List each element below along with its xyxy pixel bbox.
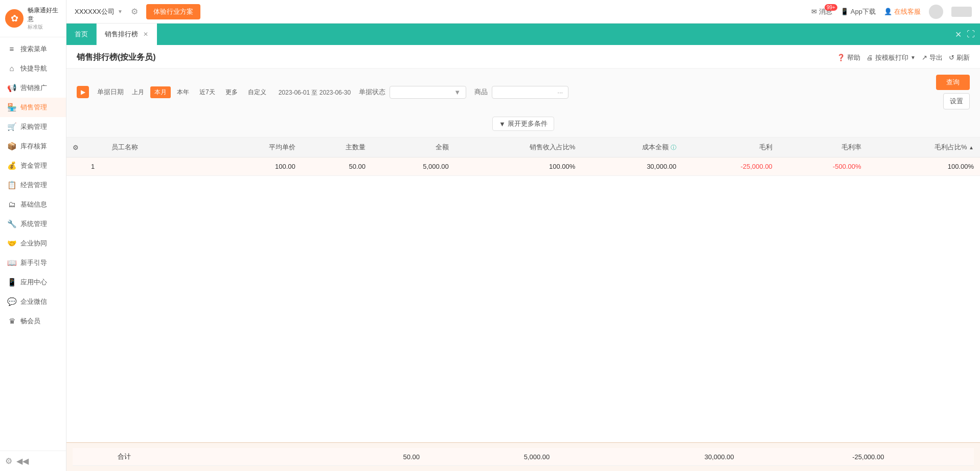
footer-profit: -25,000.00 [740, 448, 891, 466]
date-filter-group: 单据日期 上月 本月 本年 近7天 更多 自定义 [97, 86, 270, 98]
page-actions: ❓ 帮助 🖨 按模板打印 ▼ ↗ 导出 ↺ 刷新 [837, 53, 970, 62]
refresh-label: 刷新 [956, 53, 970, 62]
app-name: 畅康通好生意 [28, 6, 61, 24]
company-selector[interactable]: XXXXXX公司 ▼ [75, 7, 123, 16]
cell-amount-0: 5,000.00 [372, 158, 455, 176]
sidebar-item-basic[interactable]: 🗂基础信息 [0, 195, 66, 214]
cell-avg-price-0: 100.00 [217, 158, 302, 176]
status-select[interactable]: ▼ [390, 86, 466, 99]
sidebar-item-quick-nav[interactable]: ⌂快捷导航 [0, 59, 66, 78]
trial-button[interactable]: 体验行业方案 [146, 4, 200, 19]
date-tab-custom[interactable]: 自定义 [244, 86, 270, 98]
filter-expand-arrow[interactable]: ▶ [77, 86, 89, 98]
nav-icon-guide: 📖 [7, 258, 16, 267]
nav-label-appstore: 应用中心 [20, 278, 47, 287]
footer-amount: 5,000.00 [426, 448, 556, 466]
tab-close-icon[interactable]: ✕ [143, 31, 148, 38]
settings-bottom-icon[interactable]: ⚙ [5, 456, 12, 466]
print-icon: 🖨 [867, 54, 873, 61]
nav-label-marketing: 营销推广 [20, 83, 47, 93]
footer-profit-pct [932, 448, 974, 466]
nav-icon-member: ♛ [7, 317, 16, 326]
cell-settings-0 [66, 158, 85, 176]
online-service-button[interactable]: 👤 在线客服 [884, 7, 921, 16]
footer-label: 合计 [111, 448, 286, 466]
nav-label-purchase: 采购管理 [20, 122, 47, 131]
date-tab-current-month[interactable]: 本月 [150, 86, 171, 98]
page-header: 销售排行榜(按业务员) ❓ 帮助 🖨 按模板打印 ▼ ↗ 导出 ↺ 刷新 [66, 45, 980, 69]
sidebar-item-search[interactable]: ≡搜索菜单 [0, 39, 66, 59]
col-avg-price: 平均单价 [217, 138, 302, 158]
sidebar-item-appstore[interactable]: 📱应用中心 [0, 273, 66, 292]
collapse-icon[interactable]: ◀◀ [16, 456, 29, 466]
sidebar-item-system[interactable]: 🔧系统管理 [0, 214, 66, 234]
topbar-gear-icon[interactable]: ⚙ [131, 7, 138, 16]
sidebar-item-purchase[interactable]: 🛒采购管理 [0, 117, 66, 137]
tabbar-expand-icon[interactable]: ⛶ [967, 30, 975, 39]
cell-qty-0: 50.00 [302, 158, 372, 176]
sidebar-item-finance[interactable]: 💰资金管理 [0, 156, 66, 175]
message-button[interactable]: ✉ 消息 99+ [811, 7, 832, 16]
settings-button[interactable]: 设置 [943, 93, 970, 109]
nav-label-wechat: 企业微信 [20, 297, 47, 306]
sidebar-item-guide[interactable]: 📖新手引导 [0, 253, 66, 273]
export-button[interactable]: ↗ 导出 [922, 53, 943, 62]
sidebar-item-sales[interactable]: 🏪销售管理 [0, 98, 66, 117]
sidebar-item-wechat[interactable]: 💬企业微信 [0, 292, 66, 311]
sidebar-item-member[interactable]: ♛畅会员 [0, 311, 66, 331]
print-button[interactable]: 🖨 按模板打印 ▼ [867, 53, 916, 62]
date-tab-7days[interactable]: 近7天 [195, 86, 219, 98]
table-settings-icon[interactable]: ⚙ [73, 144, 79, 151]
query-button[interactable]: 查询 [936, 75, 970, 90]
date-tab-more[interactable]: 更多 [221, 86, 242, 98]
nav-icon-appstore: 📱 [7, 278, 16, 287]
nav-icon-marketing: 📢 [7, 83, 16, 93]
table-footer: 合计 50.00 5,000.00 30,000.00 -25,000.00 [66, 442, 980, 471]
user-name-placeholder [951, 7, 972, 17]
col-profit-rate: 毛利率 [779, 138, 868, 158]
sidebar-item-inventory[interactable]: 📦库存核算 [0, 137, 66, 156]
refresh-button[interactable]: ↺ 刷新 [949, 53, 970, 62]
nav-label-sales: 销售管理 [20, 103, 47, 112]
filter-row-1: ▶ 单据日期 上月 本月 本年 近7天 更多 自定义 2023-06-01 至 … [77, 75, 970, 109]
nav-label-inventory: 库存核算 [20, 142, 47, 151]
tab-home-label: 首页 [75, 30, 88, 39]
cell-sales-pct-0: 100.00% [455, 158, 582, 176]
expand-more-button[interactable]: ▼ 展开更多条件 [492, 117, 554, 131]
date-tab-current-year[interactable]: 本年 [173, 86, 193, 98]
footer-table: 合计 50.00 5,000.00 30,000.00 -25,000.00 [73, 448, 974, 466]
tabbar-close-icon[interactable]: ✕ [955, 30, 962, 39]
page-content: 销售排行榜(按业务员) ❓ 帮助 🖨 按模板打印 ▼ ↗ 导出 ↺ 刷新 [66, 45, 980, 471]
help-icon: ❓ [837, 54, 845, 61]
nav-icon-enterprise: 🤝 [7, 239, 16, 248]
nav-label-quick-nav: 快捷导航 [20, 64, 47, 73]
sidebar-item-marketing[interactable]: 📢营销推广 [0, 78, 66, 98]
status-select-arrow-icon: ▼ [454, 88, 461, 96]
user-avatar[interactable] [929, 5, 943, 19]
tab-home[interactable]: 首页 [66, 24, 97, 45]
sidebar-bottom: ⚙ ◀◀ [0, 451, 66, 471]
col-sales-pct: 销售收入占比% [455, 138, 582, 158]
company-arrow-icon: ▼ [118, 9, 123, 14]
nav-icon-operation: 📋 [7, 181, 16, 190]
filter-area: ▶ 单据日期 上月 本月 本年 近7天 更多 自定义 2023-06-01 至 … [66, 69, 980, 138]
goods-filter-group: 商品 ··· [474, 86, 568, 99]
tab-sales-rank[interactable]: 销售排行榜 ✕ [97, 24, 157, 45]
status-filter-group: 单据状态 ▼ [359, 86, 466, 99]
sidebar-item-operation[interactable]: 📋经营管理 [0, 175, 66, 195]
message-badge: 99+ [825, 4, 837, 11]
nav-icon-wechat: 💬 [7, 297, 16, 306]
topbar-right: ✉ 消息 99+ 📱 App下载 👤 在线客服 [811, 5, 972, 19]
help-button[interactable]: ❓ 帮助 [837, 53, 860, 62]
message-icon: ✉ [811, 8, 817, 15]
app-download-button[interactable]: 📱 App下载 [840, 7, 876, 16]
date-tab-prev-month[interactable]: 上月 [128, 86, 148, 98]
app-download-icon: 📱 [840, 8, 849, 15]
col-name: 员工名称 [105, 138, 217, 158]
col-settings[interactable]: ⚙ [66, 138, 85, 158]
footer-avg-price [286, 448, 328, 466]
footer-profit-rate [890, 448, 932, 466]
goods-input[interactable]: ··· [492, 86, 568, 99]
sidebar-item-enterprise[interactable]: 🤝企业协同 [0, 234, 66, 253]
export-label: 导出 [929, 53, 943, 62]
